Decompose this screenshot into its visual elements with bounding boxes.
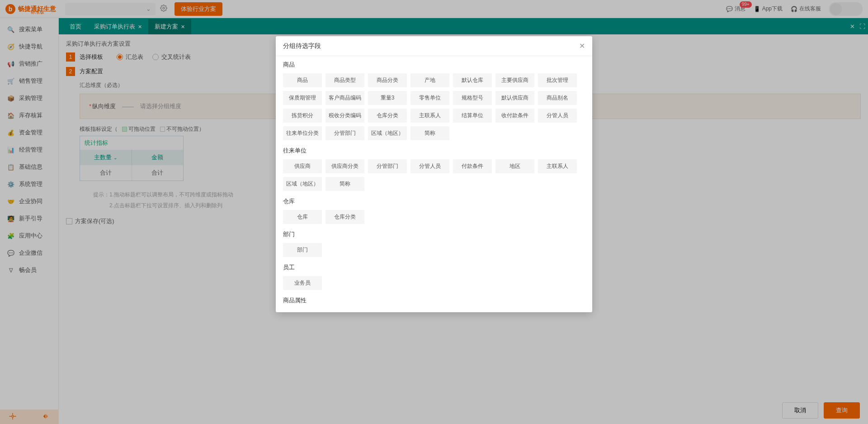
field-item[interactable]: 税收分类编码 (326, 109, 364, 123)
field-item[interactable]: 供应商 (283, 159, 322, 173)
field-item[interactable]: 分管人员 (410, 159, 449, 173)
field-item[interactable]: 付款条件 (453, 159, 492, 173)
field-item[interactable]: 产地 (410, 73, 449, 87)
field-item[interactable]: 零售单位 (410, 91, 449, 105)
field-group-title: 部门 (283, 230, 585, 238)
field-item[interactable]: 收付款条件 (495, 109, 534, 123)
field-group-0: 商品商品商品类型商品分类产地默认仓库主要供应商批次管理保质期管理客户商品编码重量… (283, 61, 585, 140)
field-item[interactable]: 分管部门 (368, 159, 407, 173)
field-item[interactable]: 客户商品编码 (326, 91, 364, 105)
field-item[interactable]: 默认仓库 (453, 73, 492, 87)
field-item[interactable]: 仓库分类 (368, 109, 407, 123)
close-icon[interactable]: ✕ (579, 42, 585, 50)
field-group-5: 商品属性属性颜色多规格尺码鞋码1 (283, 296, 585, 307)
modal-overlay: 分组待选字段 ✕ 商品商品商品类型商品分类产地默认仓库主要供应商批次管理保质期管… (0, 0, 868, 424)
field-item[interactable]: 默认供应商 (495, 91, 534, 105)
field-item[interactable]: 简称 (326, 177, 364, 191)
field-item[interactable]: 保质期管理 (283, 91, 322, 105)
field-item[interactable]: 区域（地区） (283, 177, 322, 191)
field-item[interactable]: 拣货积分 (283, 109, 322, 123)
field-item[interactable]: 分管人员 (538, 109, 577, 123)
field-selector-modal: 分组待选字段 ✕ 商品商品商品类型商品分类产地默认仓库主要供应商批次管理保质期管… (276, 36, 592, 312)
field-item[interactable]: 供应商分类 (326, 159, 364, 173)
field-group-3: 部门部门 (283, 230, 585, 257)
field-item[interactable]: 往来单位分类 (283, 126, 322, 140)
modal-title: 分组待选字段 (283, 42, 321, 50)
field-group-title: 仓库 (283, 197, 585, 205)
field-item[interactable]: 商品分类 (368, 73, 407, 87)
field-item[interactable]: 商品类型 (326, 73, 364, 87)
field-item[interactable]: 结算单位 (453, 109, 492, 123)
field-item[interactable]: 规格型号 (453, 91, 492, 105)
field-group-title: 往来单位 (283, 147, 585, 155)
field-group-1: 往来单位供应商供应商分类分管部门分管人员付款条件地区主联系人区域（地区）简称 (283, 147, 585, 191)
field-group-4: 员工业务员 (283, 263, 585, 290)
field-item[interactable]: 批次管理 (538, 73, 577, 87)
field-item[interactable]: 简称 (410, 126, 449, 140)
field-item[interactable]: 主联系人 (538, 159, 577, 173)
field-item[interactable]: 主要供应商 (495, 73, 534, 87)
field-item[interactable]: 主联系人 (410, 109, 449, 123)
field-item[interactable]: 仓库 (283, 210, 322, 224)
field-item[interactable]: 商品别名 (538, 91, 577, 105)
field-item[interactable]: 地区 (495, 159, 534, 173)
modal-horizontal-scrollbar[interactable] (278, 307, 590, 310)
field-group-title: 商品属性 (283, 296, 585, 305)
field-item[interactable]: 商品 (283, 73, 322, 87)
field-item[interactable]: 分管部门 (326, 126, 364, 140)
field-item[interactable]: 仓库分类 (326, 210, 364, 224)
field-item[interactable]: 区域（地区） (368, 126, 407, 140)
field-item[interactable]: 业务员 (283, 276, 322, 290)
field-item[interactable]: 重量3 (368, 91, 407, 105)
field-group-title: 员工 (283, 263, 585, 272)
field-group-2: 仓库仓库仓库分类 (283, 197, 585, 224)
field-item[interactable]: 部门 (283, 243, 322, 257)
field-group-title: 商品 (283, 61, 585, 69)
